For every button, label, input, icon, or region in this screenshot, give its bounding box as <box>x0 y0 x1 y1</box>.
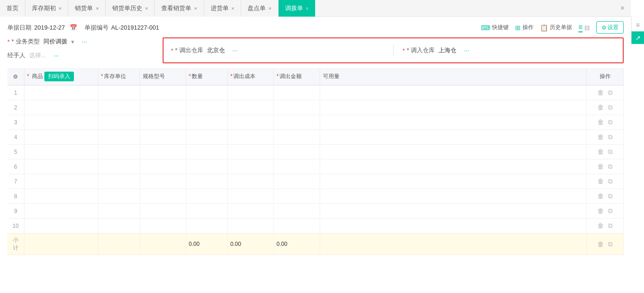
cell-spec[interactable] <box>140 130 186 145</box>
cell-available[interactable] <box>320 189 587 204</box>
cell-amount[interactable] <box>273 130 320 145</box>
tab-sales-order-close[interactable]: × <box>96 6 98 11</box>
cell-unit[interactable] <box>98 159 140 174</box>
cell-amount[interactable] <box>273 115 320 130</box>
delete-icon[interactable]: 🗑 <box>596 132 605 141</box>
cell-amount[interactable] <box>273 174 320 189</box>
cell-spec[interactable] <box>140 85 186 100</box>
delete-icon[interactable]: 🗑 <box>596 221 605 230</box>
delete-icon[interactable]: 🗑 <box>596 147 605 156</box>
copy-icon[interactable]: ⧉ <box>607 177 614 186</box>
delete-icon[interactable]: 🗑 <box>596 88 605 97</box>
cell-quantity[interactable]: 0.00 <box>186 233 227 255</box>
cell-cost[interactable] <box>227 204 273 219</box>
cell-product[interactable] <box>24 100 98 115</box>
cell-cost[interactable] <box>227 159 273 174</box>
tab-inventory-init-close[interactable]: × <box>59 6 61 11</box>
tab-transfer-order-close[interactable]: × <box>306 6 309 11</box>
transfer-in-value[interactable]: 上海仓 <box>438 46 456 55</box>
copy-icon[interactable]: ⧉ <box>607 191 614 201</box>
cell-product[interactable] <box>24 204 98 219</box>
cell-quantity[interactable] <box>186 130 227 145</box>
cell-unit[interactable] <box>98 100 140 115</box>
delete-icon[interactable]: 🗑 <box>596 103 605 112</box>
cell-unit[interactable] <box>98 145 140 159</box>
cell-quantity[interactable] <box>186 145 227 159</box>
cell-amount[interactable] <box>273 219 320 233</box>
tab-purchase-order[interactable]: 进货单 × <box>204 0 241 17</box>
cell-available[interactable] <box>320 145 587 159</box>
cell-unit[interactable] <box>98 130 140 145</box>
cell-product[interactable] <box>24 219 98 233</box>
cell-cost[interactable] <box>227 189 273 204</box>
cell-cost[interactable] <box>227 100 273 115</box>
cell-cost[interactable] <box>227 145 273 159</box>
cell-product[interactable] <box>24 233 98 255</box>
cell-spec[interactable] <box>140 145 186 159</box>
cell-unit[interactable] <box>98 115 140 130</box>
sidebar-list-icon[interactable]: ≡ <box>632 18 644 31</box>
shortcut-button[interactable]: ⌨ 快捷键 <box>481 24 509 31</box>
cell-quantity[interactable] <box>186 219 227 233</box>
delete-icon[interactable]: 🗑 <box>596 162 605 171</box>
delete-icon[interactable]: 🗑 <box>596 177 605 186</box>
delete-icon[interactable]: 🗑 <box>596 239 605 249</box>
cell-available[interactable] <box>320 219 587 233</box>
cell-quantity[interactable] <box>186 174 227 189</box>
cell-amount[interactable] <box>273 100 320 115</box>
cell-spec[interactable] <box>140 159 186 174</box>
cell-spec[interactable] <box>140 219 186 233</box>
sidebar-export-icon[interactable]: ↗ <box>632 31 644 44</box>
cell-spec[interactable] <box>140 100 186 115</box>
cell-available[interactable] <box>320 130 587 145</box>
cell-unit[interactable] <box>98 189 140 204</box>
copy-icon[interactable]: ⧉ <box>607 88 614 97</box>
tab-inventory-check[interactable]: 盘点单 × <box>241 0 278 17</box>
cell-amount[interactable] <box>273 145 320 159</box>
cell-available[interactable] <box>320 204 587 219</box>
cell-unit[interactable] <box>98 219 140 233</box>
business-type-more-button[interactable]: ··· <box>82 38 87 45</box>
layout-list-button[interactable]: ≡ <box>578 23 583 32</box>
cell-product[interactable] <box>24 174 98 189</box>
cell-unit[interactable] <box>98 174 140 189</box>
layout-grid-button[interactable]: ⊟ <box>584 24 590 31</box>
cell-amount[interactable] <box>273 204 320 219</box>
cell-spec[interactable] <box>140 204 186 219</box>
cell-product[interactable] <box>24 115 98 130</box>
business-type-select[interactable]: 同价调拨 ▾ <box>43 37 74 46</box>
tab-sales-history[interactable]: 销货单历史 × <box>106 0 155 17</box>
tab-view-sales[interactable]: 查看销货单 × <box>155 0 204 17</box>
cell-cost[interactable]: 0.00 <box>227 233 273 255</box>
copy-icon[interactable]: ⧉ <box>607 147 614 156</box>
cell-available[interactable] <box>320 174 587 189</box>
tab-sales-history-close[interactable]: × <box>145 6 148 11</box>
copy-icon[interactable]: ⧉ <box>607 239 614 249</box>
cell-product[interactable] <box>24 85 98 100</box>
cell-available[interactable] <box>320 100 587 115</box>
cell-quantity[interactable] <box>186 189 227 204</box>
cell-quantity[interactable] <box>186 115 227 130</box>
copy-icon[interactable]: ⧉ <box>607 162 614 171</box>
operation-button[interactable]: ⊞ 操作 <box>515 24 534 31</box>
copy-icon[interactable]: ⧉ <box>607 206 614 215</box>
cell-unit[interactable] <box>98 204 140 219</box>
cell-cost[interactable] <box>227 219 273 233</box>
cell-product[interactable] <box>24 159 98 174</box>
copy-icon[interactable]: ⧉ <box>607 117 614 127</box>
copy-icon[interactable]: ⧉ <box>607 103 614 112</box>
handler-more-button[interactable]: ··· <box>54 52 59 59</box>
cell-cost[interactable] <box>227 130 273 145</box>
cell-amount[interactable] <box>273 189 320 204</box>
cell-cost[interactable] <box>227 85 273 100</box>
th-settings[interactable]: ⚙ <box>7 68 24 85</box>
settings-button[interactable]: ⚙ 设置 <box>596 21 624 34</box>
cell-product[interactable] <box>24 130 98 145</box>
tab-sales-order[interactable]: 销货单 × <box>68 0 105 17</box>
copy-icon[interactable]: ⧉ <box>607 132 614 141</box>
transfer-in-more-button[interactable]: ··· <box>464 47 469 54</box>
cell-unit[interactable] <box>98 233 140 255</box>
window-close-button[interactable]: × <box>614 4 631 12</box>
history-button[interactable]: 📋 历史单据 <box>540 24 572 31</box>
cell-available[interactable] <box>320 85 587 100</box>
